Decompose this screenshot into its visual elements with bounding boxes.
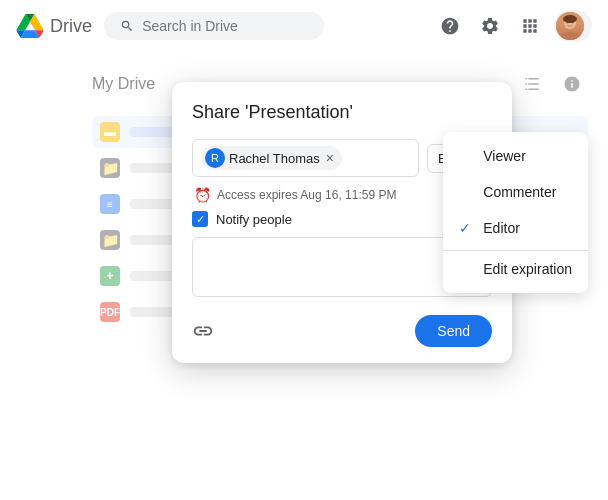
grid-icon-btn[interactable] [514,10,546,42]
drive-logo: Drive [16,14,92,38]
role-dropdown-menu: Viewer Commenter ✓ Editor Edit expiratio… [443,132,588,293]
clock-icon: ⏰ [194,187,211,203]
menu-item-viewer[interactable]: Viewer [443,138,588,174]
drive-content: My Drive ▬ 📁 [72,52,608,500]
chip-close-btn[interactable]: × [326,151,334,165]
menu-item-commenter-label: Commenter [483,184,556,200]
sidebar [0,52,72,500]
avatar-face [556,12,584,40]
recipient-avatar: R [205,148,225,168]
recipient-name: Rachel Thomas [229,151,320,166]
user-avatar-btn[interactable] [554,10,592,42]
settings-icon [480,16,500,36]
main-area: My Drive ▬ 📁 [0,52,608,500]
dialog-footer: Send [192,315,492,347]
svg-point-5 [563,15,577,23]
menu-item-edit-expiration-label: Edit expiration [483,261,572,277]
settings-icon-btn[interactable] [474,10,506,42]
search-input[interactable] [142,18,308,34]
menu-item-commenter[interactable]: Commenter [443,174,588,210]
help-icon [440,16,460,36]
top-bar-icons [434,10,592,42]
search-bar[interactable] [104,12,324,40]
menu-item-editor[interactable]: ✓ Editor [443,210,588,246]
check-icon: ✓ [459,220,475,236]
search-icon [120,18,134,34]
top-bar: Drive [0,0,608,52]
link-icon [192,320,214,342]
share-dialog-title: Share 'Presentation' [192,102,492,123]
drive-label: Drive [50,16,92,37]
avatar [556,12,584,40]
menu-item-viewer-label: Viewer [483,148,526,164]
send-button[interactable]: Send [415,315,492,347]
help-icon-btn[interactable] [434,10,466,42]
notify-checkbox[interactable]: ✓ [192,211,208,227]
share-people-input[interactable]: R Rachel Thomas × [192,139,419,177]
menu-item-editor-label: Editor [483,220,520,236]
notify-label: Notify people [216,212,292,227]
access-expires-text: Access expires Aug 16, 11:59 PM [217,188,396,202]
recipient-chip: R Rachel Thomas × [201,146,342,170]
link-icon-btn[interactable] [192,320,214,342]
apps-icon [520,16,540,36]
menu-item-edit-expiration[interactable]: Edit expiration [443,250,588,287]
drive-logo-icon [16,14,44,38]
avatar-illustration [556,12,584,40]
svg-point-1 [560,32,580,40]
checkmark-icon: ✓ [196,214,205,225]
